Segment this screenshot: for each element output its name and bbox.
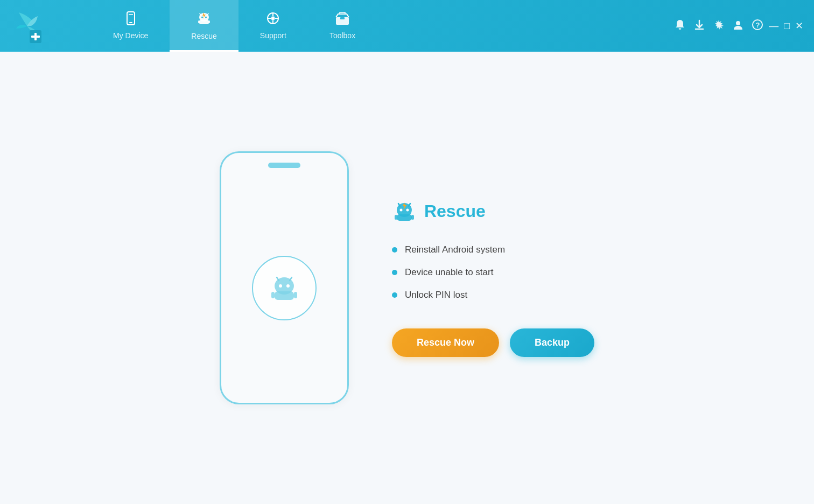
nav-tabs: My Device Rescue [92,0,674,52]
svg-point-25 [717,23,720,26]
svg-rect-42 [397,214,412,221]
main-content: Rescue Reinstall Android system Device u… [0,52,814,504]
svg-point-26 [736,21,740,25]
window-controls: — □ ✕ [769,21,803,31]
tab-my-device[interactable]: My Device [92,0,170,52]
bullet-2 [392,270,397,275]
download-icon[interactable] [693,19,705,33]
close-button[interactable]: ✕ [795,21,803,31]
bullet-3 [392,292,397,298]
toolbox-icon [334,11,350,28]
svg-point-7 [201,16,203,18]
minimize-button[interactable]: — [769,21,778,31]
svg-rect-11 [208,20,210,23]
info-panel: Rescue Reinstall Android system Device u… [392,199,594,357]
app-header: My Device Rescue [0,0,814,52]
tab-toolbox-label: Toolbox [329,31,355,40]
header-actions: ? [674,19,763,33]
feature-item-1: Reinstall Android system [392,244,594,255]
svg-point-39 [406,208,409,211]
feature-label-1: Reinstall Android system [405,244,505,255]
svg-point-18 [271,17,275,20]
svg-rect-44 [411,215,414,220]
svg-rect-10 [198,20,200,23]
tab-rescue-label: Rescue [191,32,216,40]
settings-icon[interactable] [713,19,725,33]
android-logo-icon [267,271,301,305]
tab-support-label: Support [260,31,286,40]
action-buttons: Rescue Now Backup [392,328,594,357]
svg-rect-2 [31,36,40,38]
maximize-button[interactable]: □ [784,21,790,31]
rescue-title: Rescue [424,201,486,221]
svg-point-21 [679,28,682,30]
svg-rect-35 [271,292,275,298]
my-device-icon [123,11,138,28]
feature-item-2: Device unable to start [392,267,594,278]
account-icon[interactable] [732,19,744,33]
rescue-title-icon [392,199,417,224]
svg-line-33 [290,277,292,281]
svg-rect-4 [129,22,132,23]
svg-rect-34 [275,291,294,300]
feature-label-2: Device unable to start [405,267,493,278]
svg-point-8 [205,16,207,18]
tab-rescue[interactable]: Rescue [170,0,238,52]
rescue-nav-icon [196,10,212,29]
phone-illustration [220,151,349,404]
help-icon[interactable]: ? [752,19,763,33]
svg-point-31 [286,284,290,288]
svg-point-30 [279,284,282,288]
notification-icon[interactable] [674,19,686,33]
phone-screen [227,184,342,392]
phone-shell [220,151,349,404]
svg-rect-43 [395,215,397,220]
svg-text:?: ? [756,21,760,29]
tab-toolbox[interactable]: Toolbox [308,0,377,52]
android-circle [252,256,317,320]
support-icon [265,11,280,28]
feature-item-3: Unlock PIN lost [392,290,594,300]
svg-rect-20 [340,17,345,19]
rescue-title-row: Rescue [392,199,594,224]
backup-button[interactable]: Backup [510,328,594,357]
svg-rect-36 [294,292,297,298]
tab-support[interactable]: Support [238,0,308,52]
app-logo [11,7,86,45]
feature-list: Reinstall Android system Device unable t… [392,244,594,300]
rescue-now-button[interactable]: Rescue Now [392,328,499,357]
feature-label-3: Unlock PIN lost [405,290,467,300]
bullet-1 [392,247,397,253]
svg-point-38 [399,208,402,211]
phone-speaker [268,163,300,168]
svg-line-32 [277,277,279,281]
svg-rect-9 [199,20,209,24]
tab-my-device-label: My Device [113,31,148,40]
